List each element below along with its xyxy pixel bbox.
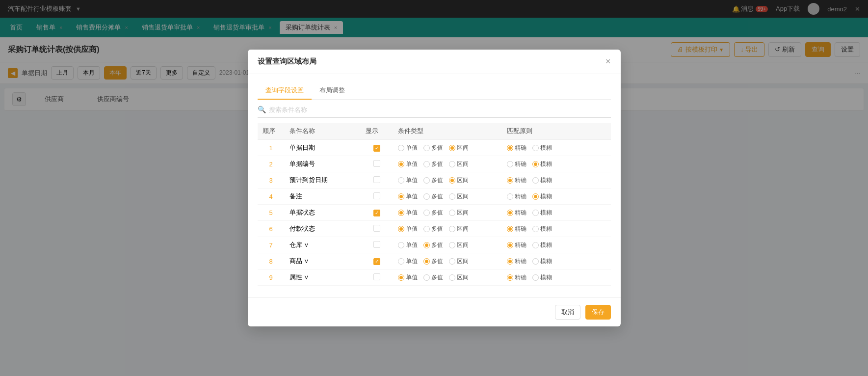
tab-layout-adjustment[interactable]: 布局调整 [312, 82, 353, 100]
dialog-body: 查询字段设置 布局调整 🔍 顺序 条件名称 显示 条件类型 [248, 74, 621, 115]
dialog-header: 设置查询区域布局 × [248, 50, 621, 74]
dialog-title: 设置查询区域布局 [258, 57, 316, 66]
settings-dialog: 设置查询区域布局 × 查询字段设置 布局调整 🔍 顺序 [248, 50, 621, 115]
dialog-tabs: 查询字段设置 布局调整 [258, 82, 611, 100]
tab-query-field-settings[interactable]: 查询字段设置 [258, 82, 312, 100]
condition-search-input[interactable] [269, 106, 367, 113]
dialog-close-button[interactable]: × [605, 56, 611, 67]
modal-overlay: 设置查询区域布局 × 查询字段设置 布局调整 🔍 顺序 [0, 0, 868, 115]
search-icon: 🔍 [258, 106, 266, 113]
condition-search-box: 🔍 [258, 106, 611, 115]
